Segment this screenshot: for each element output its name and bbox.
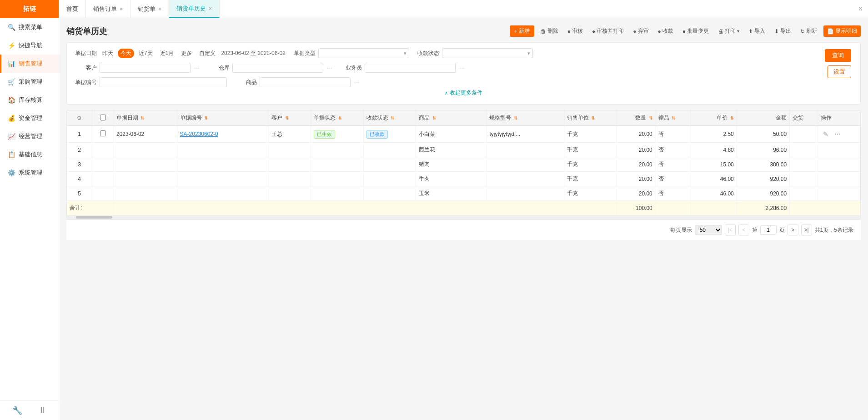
table-settings-icon[interactable]: ⚙	[70, 115, 89, 121]
sidebar-item-search-menu[interactable]: 🔍 搜索菜单	[0, 18, 59, 36]
customer-input[interactable]	[100, 63, 191, 73]
audit-print-button[interactable]: ● 审核并打印	[589, 25, 627, 37]
th-price[interactable]: 单价 ⇅	[691, 110, 737, 126]
new-button[interactable]: + 新增	[510, 25, 534, 37]
th-spec[interactable]: 规格型号 ⇅	[487, 110, 564, 126]
warehouse-input[interactable]	[232, 63, 323, 73]
pay-status-select[interactable]	[442, 48, 533, 58]
gift-sort-icon: ⇅	[672, 115, 675, 120]
qty-sort-icon: ⇅	[649, 115, 652, 120]
tab-sales-history-close[interactable]: ×	[209, 5, 212, 12]
tab-home[interactable]: 首页	[59, 0, 86, 18]
sidebar-item-basic-info[interactable]: 📋 基础信息	[0, 145, 59, 164]
th-goods[interactable]: 商品 ⇅	[416, 110, 487, 126]
salesperson-dots[interactable]: ···	[459, 64, 465, 71]
search-menu-icon: 🔍	[7, 23, 16, 32]
cell-spec: tyjytyjytyjdf...	[487, 126, 564, 143]
settings-button[interactable]: 设置	[828, 65, 851, 78]
filter-customer: 客户 ···	[74, 63, 200, 73]
doc-code-link[interactable]: SA-20230602-0	[180, 131, 218, 137]
cell-customer: 王总	[269, 126, 311, 143]
cell-spec	[487, 172, 564, 186]
th-qty[interactable]: 数量 ⇅	[617, 110, 655, 126]
goods-dots[interactable]: ···	[354, 79, 360, 86]
th-date[interactable]: 单据日期 ⇅	[113, 110, 177, 126]
scroll-thumb[interactable]	[76, 216, 112, 219]
delete-icon: 🗑	[541, 28, 546, 35]
page-last-btn[interactable]: >|	[801, 225, 812, 235]
abandon-button[interactable]: ● 弃审	[630, 25, 651, 37]
cell-trade	[790, 143, 818, 157]
tab-sales-delivery[interactable]: 销货单 ×	[130, 0, 169, 18]
more-action-icon[interactable]: ⋯	[833, 129, 843, 139]
filter-row-1: 单据日期 昨天 今天 近7天 近1月 更多 自定义 2023-06-02 至 2…	[74, 48, 819, 58]
audit-print-icon: ●	[592, 28, 595, 35]
spec-sort-icon: ⇅	[514, 115, 517, 120]
sidebar-item-operations[interactable]: 📈 经营管理	[0, 127, 59, 145]
horizontal-scrollbar[interactable]	[67, 215, 860, 219]
tab-sales-history[interactable]: 销货单历史 ×	[169, 0, 220, 18]
page-next-btn[interactable]: >	[788, 225, 798, 235]
date-btn-last1m[interactable]: 近1月	[157, 49, 177, 58]
collapse-filter-btn[interactable]: ∧ 收起更多条件	[74, 87, 853, 99]
import-button[interactable]: ⬆ 导入	[746, 25, 768, 37]
batch-change-button[interactable]: ● 批量变更	[680, 25, 712, 37]
date-btn-yesterday[interactable]: 昨天	[100, 49, 116, 58]
sidebar-item-system[interactable]: ⚙️ 系统管理	[0, 164, 59, 182]
goods-label: 商品	[234, 79, 257, 86]
print-button[interactable]: 🖨 打印 ▾	[715, 25, 742, 37]
th-code[interactable]: 单据编号 ⇅	[177, 110, 269, 126]
cell-gift: 否	[655, 143, 691, 157]
page-size-select[interactable]: 50	[695, 225, 722, 235]
audit-button[interactable]: ● 审核	[565, 25, 586, 37]
sidebar-item-label: 资金管理	[19, 114, 42, 122]
table-row: 5 玉米 千克 20.00 否 46.00 920.00	[67, 186, 860, 201]
basic-info-icon: 📋	[7, 150, 16, 159]
refresh-button[interactable]: ↻ 刷新	[798, 25, 820, 37]
customer-label: 客户	[74, 64, 97, 72]
query-button[interactable]: 查询	[825, 49, 851, 62]
sidebar-collapse-icon[interactable]: ⏸	[38, 405, 46, 415]
tab-sales-order[interactable]: 销售订单 ×	[86, 0, 130, 18]
th-status[interactable]: 单据状态 ⇅	[311, 110, 363, 126]
doc-no-input[interactable]	[100, 77, 227, 87]
delete-button[interactable]: 🗑 删除	[538, 25, 561, 37]
cell-check	[92, 172, 114, 186]
th-gift[interactable]: 赠品 ⇅	[655, 110, 691, 126]
th-pay-status[interactable]: 收款状态 ⇅	[363, 110, 416, 126]
sidebar-item-sales-mgmt[interactable]: 📊 销售管理	[0, 55, 59, 73]
date-btn-today[interactable]: 今天	[118, 49, 134, 58]
sidebar: 拓链 🔍 搜索菜单 ⚡ 快捷导航 📊 销售管理 🛒 采购管理 🏠 库存核算 💰 …	[0, 0, 59, 420]
goods-input[interactable]	[260, 77, 351, 87]
tab-sales-order-close[interactable]: ×	[120, 6, 123, 12]
tab-sales-delivery-close[interactable]: ×	[158, 6, 161, 12]
collect-button[interactable]: ● 收款	[655, 25, 676, 37]
page-number-input[interactable]: 1	[760, 225, 777, 235]
th-unit[interactable]: 销售单位 ⇅	[564, 110, 617, 126]
date-btn-more[interactable]: 更多	[178, 49, 195, 58]
warehouse-dots[interactable]: ···	[327, 64, 332, 71]
page-title: 销货单历史	[66, 26, 107, 37]
tab-bar-close-all[interactable]: ×	[853, 5, 868, 13]
cell-unit: 千克	[564, 126, 617, 143]
page-prev-btn[interactable]: <	[738, 225, 749, 235]
sidebar-item-purchase-mgmt[interactable]: 🛒 采购管理	[0, 73, 59, 91]
sidebar-item-inventory[interactable]: 🏠 库存核算	[0, 91, 59, 109]
date-btn-last7[interactable]: 近7天	[136, 49, 156, 58]
edit-action-icon[interactable]: ✎	[821, 129, 831, 139]
date-btn-custom[interactable]: 自定义	[196, 49, 218, 58]
sidebar-item-quick-nav[interactable]: ⚡ 快捷导航	[0, 36, 59, 55]
row-checkbox[interactable]	[100, 130, 106, 136]
cell-qty: 20.00	[617, 126, 655, 143]
sidebar-settings-icon[interactable]: 🔧	[12, 405, 22, 415]
sidebar-item-finance[interactable]: 💰 资金管理	[0, 109, 59, 127]
data-table: ⚙ 单据日期 ⇅ 单据编号 ⇅	[67, 110, 860, 215]
salesperson-input[interactable]	[365, 63, 456, 73]
doc-type-select[interactable]	[318, 48, 409, 58]
show-detail-button[interactable]: 📄 显示明细	[823, 25, 861, 37]
export-button[interactable]: ⬇ 导出	[772, 25, 794, 37]
th-customer[interactable]: 客户 ⇅	[269, 110, 311, 126]
customer-dots[interactable]: ···	[194, 64, 200, 71]
page-first-btn[interactable]: |<	[725, 225, 736, 235]
select-all-checkbox[interactable]	[100, 115, 106, 120]
